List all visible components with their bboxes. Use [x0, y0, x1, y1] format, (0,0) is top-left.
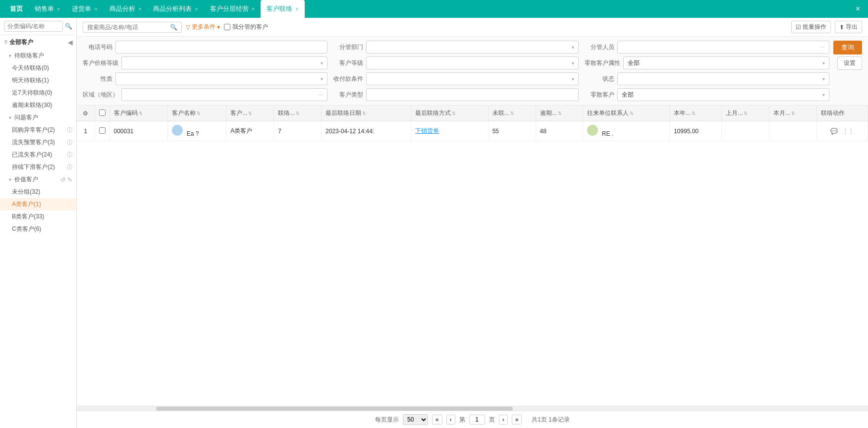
scrollbar-thumb[interactable] — [156, 407, 513, 411]
nav-sales[interactable]: 销售单 × — [29, 0, 66, 18]
value-refresh-icon[interactable]: ↺ — [60, 176, 65, 183]
last-page-button[interactable]: » — [512, 415, 522, 425]
adv-field-cust-type-input[interactable] — [366, 88, 578, 101]
nav-analysis-list[interactable]: 商品分析列表 × — [147, 0, 204, 18]
nav-customer-contact[interactable]: 客户联络 × — [261, 0, 304, 18]
adv-field-region-input[interactable]: ··· — [121, 88, 327, 101]
name-sort-icon[interactable]: ⇅ — [197, 111, 201, 116]
adv-field-payment-select[interactable]: ▾ — [366, 72, 578, 85]
nav-purchase[interactable]: 进货单 × — [66, 0, 103, 18]
sidebar-group-problem[interactable]: ▼ 问题客户 — [0, 111, 76, 124]
company-contact-sort-icon[interactable]: ⇅ — [630, 111, 634, 116]
adv-field-cust-grade-select[interactable]: ▾ — [366, 56, 578, 69]
sidebar-item-repurchase-abnormal[interactable]: 回购异常客户(2) ⓘ — [0, 124, 76, 136]
nav-home[interactable]: 首页 — [4, 0, 29, 18]
nav-analysis-list-label: 商品分析列表 — [153, 4, 192, 13]
nav-analysis-list-close[interactable]: × — [195, 6, 198, 12]
nav-sales-close[interactable]: × — [57, 6, 60, 12]
page-input[interactable] — [469, 415, 485, 425]
adv-field-dept-select[interactable]: ▾ — [366, 41, 578, 54]
row-checkbox[interactable] — [99, 127, 106, 134]
sidebar-item-ungrouped[interactable]: 未分组(32) — [0, 186, 76, 198]
nav-customer-contact-close[interactable]: × — [295, 6, 298, 12]
th-not-contact-days: 未联...⇅ — [488, 106, 536, 121]
retail-cust-value: 全部 — [622, 91, 634, 99]
adv-settings-button[interactable]: 设置 — [837, 56, 862, 70]
sidebar-item-tomorrow[interactable]: 明天待联络(1) — [0, 74, 76, 87]
first-page-button[interactable]: « — [432, 415, 442, 425]
th-name-label: 客户名称 — [172, 109, 196, 116]
sidebar-item-7days[interactable]: 近7天待联络(0) — [0, 87, 76, 99]
page-label: 第 — [459, 416, 465, 424]
td-actions: 💬 ⋮⋮ — [817, 121, 868, 141]
my-customers-check[interactable]: 我分管的客户 — [224, 23, 268, 31]
cust-type-sort-icon[interactable]: ⇅ — [248, 111, 252, 116]
select-all-checkbox[interactable] — [99, 109, 106, 116]
sidebar-item-churned[interactable]: 已流失客户(24) ⓘ — [0, 149, 76, 161]
last-contact-method-sort-icon[interactable]: ⇅ — [452, 111, 456, 116]
adv-field-retail-attr-select[interactable]: 全部▾ — [623, 56, 829, 69]
nav-customer-tier-close[interactable]: × — [252, 6, 255, 12]
sidebar-item-type-a[interactable]: A类客户(1) — [0, 198, 76, 211]
adv-field-phone-input[interactable] — [115, 41, 327, 54]
this-month-amount-sort-icon[interactable]: ⇅ — [791, 111, 795, 116]
batch-op-button[interactable]: ☑ 批量操作 — [791, 21, 831, 33]
th-contact-count-label: 联络... — [278, 109, 295, 116]
year-amount-sort-icon[interactable]: ⇅ — [692, 111, 696, 116]
close-all-tabs[interactable]: × — [852, 4, 864, 13]
more-action-icon[interactable]: ⋮⋮ — [842, 128, 854, 135]
sidebar-item-declining[interactable]: 持续下滑客户(2) ⓘ — [0, 161, 76, 173]
prev-page-button[interactable]: ‹ — [446, 415, 455, 425]
filter-search-input[interactable] — [87, 24, 168, 31]
adv-field-nature-label: 性质 — [83, 75, 112, 83]
collapse-icon[interactable]: ◀ — [68, 39, 72, 46]
value-edit-icon[interactable]: ✎ — [67, 176, 72, 183]
more-filters-button[interactable]: ▽ 更多条件 ▾ — [186, 23, 220, 31]
td-checkbox[interactable] — [95, 121, 109, 141]
last-month-amount-sort-icon[interactable]: ⇅ — [744, 111, 748, 116]
query-button[interactable]: 查询 — [833, 41, 862, 54]
nav-analysis-close[interactable]: × — [138, 6, 141, 12]
code-sort-icon[interactable]: ⇅ — [139, 111, 143, 116]
sidebar-all-customers[interactable]: ⠿ 全部客户 ◀ — [0, 35, 76, 50]
th-gear[interactable]: ⚙ — [77, 106, 95, 121]
adv-field-retail-cust-label: 零散客户 — [585, 91, 614, 99]
export-button[interactable]: ⬆ 导出 — [835, 21, 862, 33]
contact-count-sort-icon[interactable]: ⇅ — [296, 111, 300, 116]
adv-field-manager-input[interactable]: ··· — [617, 41, 829, 54]
sidebar-item-today[interactable]: 今天待联络(0) — [0, 62, 76, 74]
th-last-month-amount: 上月...⇅ — [722, 106, 769, 121]
sidebar-item-type-b[interactable]: B类客户(33) — [0, 211, 76, 223]
sidebar-search-input[interactable] — [4, 21, 63, 32]
nav-analysis[interactable]: 商品分析 × — [104, 0, 147, 18]
overdue-sort-icon[interactable]: ⇅ — [558, 111, 562, 116]
horizontal-scrollbar[interactable] — [77, 406, 868, 411]
td-last-contact-method[interactable]: 下销货单 — [411, 121, 488, 141]
sidebar-search-icon[interactable]: 🔍 — [65, 23, 72, 30]
th-checkbox[interactable] — [95, 106, 109, 121]
not-contact-days-sort-icon[interactable]: ⇅ — [510, 111, 514, 116]
sidebar-item-type-c[interactable]: C类客户(6) — [0, 223, 76, 235]
my-customers-checkbox[interactable] — [224, 24, 230, 30]
adv-field-phone: 电话号码 — [83, 41, 327, 54]
sidebar-group-value[interactable]: ▼ 价值客户 ↺ ✎ — [0, 173, 76, 186]
sidebar-item-churn-warning[interactable]: 流失预警客户(3) ⓘ — [0, 136, 76, 149]
nav-customer-tier[interactable]: 客户分层经营 × — [204, 0, 261, 18]
sidebar-group-pending[interactable]: ▼ 待联络客户 — [0, 50, 76, 62]
adv-field-nature-select[interactable]: ▾ — [115, 72, 327, 85]
sidebar-item-overdue[interactable]: 逾期未联络(30) — [0, 99, 76, 111]
cust-grade-chevron-icon: ▾ — [572, 60, 574, 66]
filter-search-icon[interactable]: 🔍 — [170, 24, 177, 31]
next-page-button[interactable]: › — [499, 415, 508, 425]
last-contact-date-sort-icon[interactable]: ⇅ — [362, 111, 366, 116]
last-contact-method-link[interactable]: 下销货单 — [415, 127, 439, 134]
adv-field-region-label: 区域（地区） — [83, 91, 118, 99]
adv-field-retail-cust-select[interactable]: 全部▾ — [617, 88, 829, 101]
adv-field-price-grade-select[interactable]: ▾ — [121, 56, 327, 69]
adv-field-status-select[interactable]: ▾ — [617, 72, 829, 85]
value-group-label: 价值客户 — [14, 175, 38, 184]
chat-action-icon[interactable]: 💬 — [830, 128, 838, 135]
nav-purchase-close[interactable]: × — [94, 6, 97, 12]
page-size-select[interactable]: 50 100 200 — [403, 414, 428, 425]
churned-label: 已流失客户(24) — [12, 151, 52, 159]
